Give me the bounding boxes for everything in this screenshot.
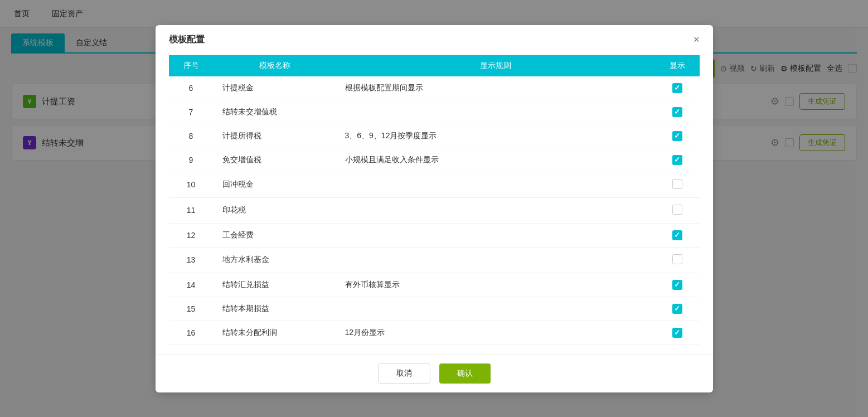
checkbox-8[interactable]: [672, 280, 682, 290]
cell-name-1: 结转未交增值税: [214, 100, 336, 124]
table-header-row: 序号 模板名称 显示规则 显示: [169, 55, 700, 76]
cell-rule-6: [336, 223, 655, 247]
col-name: 模板名称: [214, 55, 336, 76]
cell-name-3: 免交增值税: [214, 148, 336, 172]
cell-seq-5: 11: [169, 197, 214, 223]
checkbox-0[interactable]: [672, 83, 682, 93]
col-display: 显示: [655, 55, 700, 76]
modal-close-button[interactable]: ×: [694, 35, 700, 45]
modal-footer: 取消 确认: [156, 354, 713, 392]
table-wrapper: 序号 模板名称 显示规则 显示 6计提税金根据模板配置期间显示7结转未交增值税8…: [169, 55, 700, 345]
checkbox-4[interactable]: [672, 179, 682, 189]
cell-rule-5: [336, 197, 655, 223]
cell-rule-9: [336, 297, 655, 321]
checkbox-2[interactable]: [672, 131, 682, 141]
checkbox-6[interactable]: [672, 230, 682, 240]
cell-checkbox-10: [655, 321, 700, 345]
cancel-button[interactable]: 取消: [378, 363, 430, 384]
cell-rule-1: [336, 100, 655, 124]
confirm-button[interactable]: 确认: [439, 363, 491, 384]
cell-seq-7: 13: [169, 247, 214, 273]
checkbox-9[interactable]: [672, 304, 682, 314]
cell-seq-0: 6: [169, 76, 214, 100]
modal-template-config: 模板配置 × 序号 模板名称 显示规则 显示: [156, 25, 713, 392]
cell-rule-3: 小规模且满足收入条件显示: [336, 148, 655, 172]
cell-name-2: 计提所得税: [214, 124, 336, 148]
cell-seq-4: 10: [169, 172, 214, 197]
table-row: 16结转未分配利润12月份显示: [169, 321, 700, 345]
cell-name-9: 结转本期损益: [214, 297, 336, 321]
cell-name-7: 地方水利基金: [214, 247, 336, 273]
cell-checkbox-7: [655, 247, 700, 273]
cell-checkbox-3: [655, 148, 700, 172]
cell-seq-8: 14: [169, 273, 214, 297]
checkbox-1[interactable]: [672, 107, 682, 117]
table-row: 9免交增值税小规模且满足收入条件显示: [169, 148, 700, 172]
col-rule: 显示规则: [336, 55, 655, 76]
cell-name-6: 工会经费: [214, 223, 336, 247]
cell-name-8: 结转汇兑损益: [214, 273, 336, 297]
cell-checkbox-5: [655, 197, 700, 223]
config-table: 序号 模板名称 显示规则 显示 6计提税金根据模板配置期间显示7结转未交增值税8…: [169, 55, 700, 345]
modal-overlay: 模板配置 × 序号 模板名称 显示规则 显示: [0, 0, 868, 417]
cell-name-10: 结转未分配利润: [214, 321, 336, 345]
cell-seq-3: 9: [169, 148, 214, 172]
cell-checkbox-1: [655, 100, 700, 124]
cell-rule-8: 有外币核算显示: [336, 273, 655, 297]
cell-seq-9: 15: [169, 297, 214, 321]
table-row: 7结转未交增值税: [169, 100, 700, 124]
cell-seq-2: 8: [169, 124, 214, 148]
table-head: 序号 模板名称 显示规则 显示: [169, 55, 700, 76]
cell-rule-10: 12月份显示: [336, 321, 655, 345]
checkbox-7[interactable]: [672, 254, 682, 264]
checkbox-5[interactable]: [672, 205, 682, 215]
cell-seq-10: 16: [169, 321, 214, 345]
modal-header: 模板配置 ×: [156, 25, 713, 55]
table-row: 8计提所得税3、6、9、12月按季度显示: [169, 124, 700, 148]
checkbox-3[interactable]: [672, 155, 682, 165]
modal-body: 序号 模板名称 显示规则 显示 6计提税金根据模板配置期间显示7结转未交增值税8…: [156, 55, 713, 354]
cell-rule-0: 根据模板配置期间显示: [336, 76, 655, 100]
cell-checkbox-8: [655, 273, 700, 297]
table-row: 10回冲税金: [169, 172, 700, 197]
cell-rule-2: 3、6、9、12月按季度显示: [336, 124, 655, 148]
table-row: 6计提税金根据模板配置期间显示: [169, 76, 700, 100]
background-page: 首页 固定资产 系统模板 自定义结 测算金额 ⊙ 视频 ↻ 刷新 ⚙ 模板配置 …: [0, 0, 868, 417]
col-seq: 序号: [169, 55, 214, 76]
cell-checkbox-6: [655, 223, 700, 247]
cell-seq-1: 7: [169, 100, 214, 124]
table-row: 12工会经费: [169, 223, 700, 247]
cell-rule-7: [336, 247, 655, 273]
table-body: 6计提税金根据模板配置期间显示7结转未交增值税8计提所得税3、6、9、12月按季…: [169, 76, 700, 345]
cell-checkbox-9: [655, 297, 700, 321]
table-row: 13地方水利基金: [169, 247, 700, 273]
cell-name-4: 回冲税金: [214, 172, 336, 197]
cell-checkbox-0: [655, 76, 700, 100]
modal-title: 模板配置: [169, 34, 205, 46]
cell-name-5: 印花税: [214, 197, 336, 223]
table-row: 14结转汇兑损益有外币核算显示: [169, 273, 700, 297]
cell-seq-6: 12: [169, 223, 214, 247]
checkbox-10[interactable]: [672, 328, 682, 338]
table-row: 11印花税: [169, 197, 700, 223]
cell-name-0: 计提税金: [214, 76, 336, 100]
table-row: 15结转本期损益: [169, 297, 700, 321]
cell-rule-4: [336, 172, 655, 197]
cell-checkbox-4: [655, 172, 700, 197]
cell-checkbox-2: [655, 124, 700, 148]
